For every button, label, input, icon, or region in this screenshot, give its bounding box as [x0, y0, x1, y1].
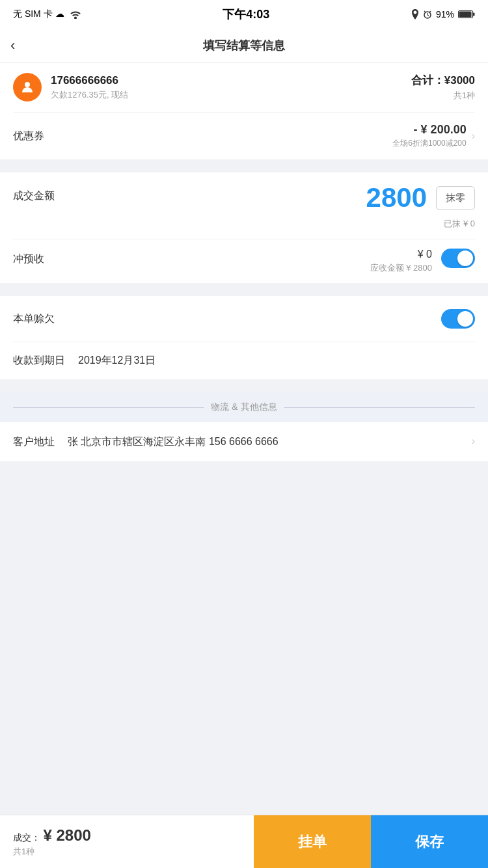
section-line-right — [284, 407, 475, 408]
credit-toggle-track — [441, 309, 475, 329]
prepay-right: ¥ 0 应收金额 ¥ 2800 — [370, 249, 475, 274]
status-right: 91% — [411, 9, 475, 20]
svg-rect-2 — [473, 13, 475, 16]
coupon-amount: - ¥ 200.00 — [392, 123, 466, 137]
coupon-desc: 全场6折满1000减200 — [392, 138, 466, 149]
address-label: 客户地址 — [13, 434, 55, 449]
customer-info: 17666666666 欠款1276.35元, 现结 — [51, 74, 128, 101]
svg-point-4 — [25, 82, 30, 87]
coupon-right: - ¥ 200.00 全场6折满1000减200 › — [392, 123, 475, 149]
battery-level: 91% — [436, 9, 454, 20]
section-gap-3 — [0, 386, 488, 392]
chevron-right-icon: › — [472, 130, 475, 142]
logistics-section-title: 物流 & 其他信息 — [0, 392, 488, 422]
logistics-title-text: 物流 & 其他信息 — [211, 401, 277, 413]
wifi-icon — [70, 10, 81, 19]
coupon-info: - ¥ 200.00 全场6折满1000减200 — [392, 123, 466, 149]
status-bar: 无 SIM 卡 ☁ 下午4:03 91% — [0, 0, 488, 29]
order-count: 共1种 — [411, 90, 475, 102]
address-row[interactable]: 客户地址 张 北京市市辖区海淀区永丰南 156 6666 6666 › — [0, 422, 488, 461]
prepay-toggle[interactable] — [441, 249, 475, 268]
customer-sub: 欠款1276.35元, 现结 — [51, 89, 128, 101]
avatar — [13, 73, 42, 102]
deal-row: 成交金额 2800 抹零 — [0, 172, 488, 215]
deal-amount-value: 2800 — [366, 184, 427, 211]
customer-phone: 17666666666 — [51, 74, 128, 87]
credit-label: 本单赊欠 — [13, 312, 55, 326]
location-icon — [411, 9, 419, 20]
coupon-row[interactable]: 优惠券 - ¥ 200.00 全场6折满1000减200 › — [0, 113, 488, 159]
nav-bar: ‹ 填写结算等信息 — [0, 29, 488, 62]
bottom-deal-label: 成交： — [13, 832, 40, 843]
deal-sub: 已抹 ¥ 0 — [0, 215, 488, 239]
prepay-sub: 应收金额 ¥ 2800 — [370, 262, 432, 274]
alarm-icon — [423, 10, 432, 19]
prepay-amount: ¥ 0 — [370, 249, 432, 260]
section-gap-2 — [0, 290, 488, 296]
bottom-summary: 成交： ¥ 2800 共1种 — [0, 819, 254, 865]
bottom-bar: 成交： ¥ 2800 共1种 挂单 保存 — [0, 815, 488, 868]
deal-right: 2800 抹零 — [366, 184, 475, 211]
date-value: 2019年12月31日 — [78, 354, 156, 368]
save-button[interactable]: 保存 — [371, 815, 488, 869]
section-gap-1 — [0, 166, 488, 172]
content: 17666666666 欠款1276.35元, 现结 合计：¥3000 共1种 … — [0, 62, 488, 657]
extra-gray — [0, 468, 488, 598]
bottom-deal-row: 成交： ¥ 2800 — [13, 826, 241, 845]
customer-left: 17666666666 欠款1276.35元, 现结 — [13, 73, 128, 102]
svg-rect-3 — [459, 12, 472, 18]
address-card: 客户地址 张 北京市市辖区海淀区永丰南 156 6666 6666 › — [0, 422, 488, 461]
battery-icon — [458, 10, 475, 19]
customer-card: 17666666666 欠款1276.35元, 现结 合计：¥3000 共1种 … — [0, 62, 488, 159]
credit-row: 本单赊欠 — [0, 296, 488, 342]
coupon-label: 优惠券 — [13, 129, 44, 143]
credit-toggle[interactable] — [441, 309, 475, 329]
deal-amount-card: 成交金额 2800 抹零 已抹 ¥ 0 冲预收 ¥ 0 应收金额 ¥ 2800 — [0, 172, 488, 283]
bottom-count: 共1种 — [13, 846, 241, 858]
bottom-amount: ¥ 2800 — [43, 826, 90, 844]
date-row: 收款到期日 2019年12月31日 — [0, 342, 488, 379]
page-title: 填写结算等信息 — [203, 38, 285, 53]
prepay-values: ¥ 0 应收金额 ¥ 2800 — [370, 249, 432, 274]
date-label: 收款到期日 — [13, 354, 65, 368]
status-left: 无 SIM 卡 ☁ — [13, 8, 81, 20]
prepay-toggle-track — [441, 249, 475, 268]
back-button[interactable]: ‹ — [10, 37, 15, 54]
sim-status: 无 SIM 卡 ☁ — [13, 8, 64, 20]
customer-right: 合计：¥3000 共1种 — [411, 73, 475, 102]
prepay-row: 冲预收 ¥ 0 应收金额 ¥ 2800 — [0, 239, 488, 283]
address-value: 张 北京市市辖区海淀区永丰南 156 6666 6666 — [68, 434, 472, 450]
order-total: 合计：¥3000 — [411, 73, 475, 88]
credit-card: 本单赊欠 收款到期日 2019年12月31日 — [0, 296, 488, 379]
section-line-left — [13, 407, 204, 408]
status-time: 下午4:03 — [223, 7, 269, 22]
customer-row: 17666666666 欠款1276.35元, 现结 合计：¥3000 共1种 — [0, 62, 488, 112]
hang-button[interactable]: 挂单 — [254, 815, 371, 869]
prepay-label: 冲预收 — [13, 249, 44, 266]
address-chevron-icon: › — [472, 434, 475, 447]
deal-label: 成交金额 — [13, 184, 55, 203]
round-btn[interactable]: 抹零 — [436, 186, 475, 210]
